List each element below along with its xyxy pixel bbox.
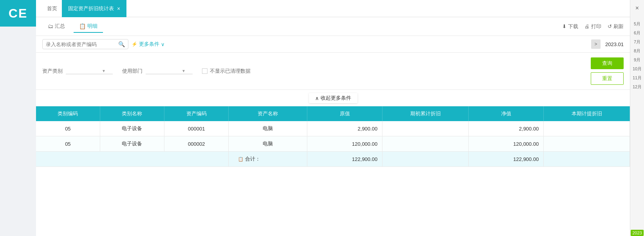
logo-text: CE [9,6,27,21]
asset-type-arrow: ▼ [102,69,106,73]
search-icon: 🔍 [118,41,125,47]
collapse-label: 收起更多条件 [321,95,351,102]
refresh-action[interactable]: ↺ 刷新 [608,23,624,30]
tab-detail-label: 明细 [87,23,97,30]
reset-button[interactable]: 重置 [591,72,624,85]
more-conditions-toggle[interactable]: ⚡ 更多条件 ∨ [132,41,165,48]
filter-row: 资产类别 ▼ 使用部门 ▼ [42,57,624,85]
print-action[interactable]: 🖨 打印 [584,23,601,30]
col-category-code: 类别编码 [36,106,100,121]
cell-category-code: 05 [36,136,100,152]
department-filter: 使用部门 ▼ [122,68,193,75]
date-display: 2023.01 [605,41,624,47]
total-row: 📋合计： 122,900.00 122,900.00 [36,152,630,167]
cell-current-depreciation [544,136,630,152]
department-arrow: ▼ [182,69,186,73]
total-original-value: 122,900.00 [307,152,382,167]
active-tab[interactable]: 固定资产折旧统计表 × [62,0,126,17]
download-action[interactable]: ⬇ 下载 [562,23,578,30]
cell-category-name: 电子设备 [100,136,164,152]
cell-initial-depreciation [382,136,469,152]
sidebar-close-icon[interactable]: × [635,0,639,16]
table-wrapper: 类别编码 类别名称 资产编码 资产名称 原值 期初累计折旧 净值 本期计提折旧 [36,106,630,236]
date-nav-arrow[interactable]: > [591,39,601,49]
sidebar-month-item[interactable]: 7月 [633,38,642,46]
toolbar-actions: ⬇ 下载 🖨 打印 ↺ 刷新 [562,23,624,30]
refresh-label: 刷新 [613,23,624,30]
tab-close-button[interactable]: × [117,5,120,12]
sidebar-month-item[interactable]: 11月 [633,73,642,82]
cell-category-name: 电子设备 [100,121,164,136]
cell-original-value: 120,000.00 [307,136,382,152]
tab-summary[interactable]: 🗂 汇总 [42,20,70,33]
hide-cleared-label: 不显示已清理数据 [210,68,251,75]
print-label: 打印 [591,23,601,30]
cell-original-value: 2,900.00 [307,121,382,136]
table-header-row: 类别编码 类别名称 资产编码 资产名称 原值 期初累计折旧 净值 本期计提折旧 [36,106,630,121]
total-icon-cell [36,152,229,167]
filter-buttons: 查询 重置 [591,57,624,85]
table-row: 05 电子设备 000001 电脑 2,900.00 2,900.00 [36,121,630,136]
query-button[interactable]: 查询 [591,57,624,69]
download-label: 下载 [568,23,578,30]
tab-detail[interactable]: 📋 明细 [74,20,103,33]
cell-asset-name: 电脑 [229,121,307,136]
refresh-icon: ↺ [608,23,612,29]
col-initial-depreciation: 期初累计折旧 [382,106,469,121]
search-input-wrapper: 🔍 [42,39,128,49]
department-label: 使用部门 [122,68,143,75]
sidebar-month-item[interactable]: 10月 [633,64,642,73]
tab-label: 固定资产折旧统计表 [68,5,114,12]
col-current-depreciation: 本期计提折旧 [544,106,630,121]
filter-panel: 资产类别 ▼ 使用部门 ▼ [36,53,630,90]
cell-asset-name: 电脑 [229,136,307,152]
total-net-value: 122,900.00 [468,152,543,167]
summary-icon: 🗂 [48,23,53,29]
chevron-down-icon: ∨ [161,41,165,47]
asset-type-select[interactable]: ▼ [66,68,113,74]
print-icon: 🖨 [584,23,590,29]
hide-cleared-checkbox[interactable] [202,68,207,74]
filter-icon: ⚡ [132,41,137,47]
tab-summary-label: 汇总 [55,23,65,30]
toolbar-tabs: 🗂 汇总 📋 明细 [42,20,103,33]
sidebar-month-item[interactable]: 8月 [633,46,642,55]
sidebar-months: 5月6月7月8月9月10月11月12月 [633,16,642,228]
collapse-row: ∧ 收起更多条件 [36,90,630,106]
download-icon: ⬇ [562,23,566,29]
cell-net-value: 120,000.00 [468,136,543,152]
toolbar: 🗂 汇总 📋 明细 ⬇ 下载 🖨 打印 [36,17,630,36]
col-asset-code: 资产编码 [164,106,229,121]
sidebar-month-item[interactable]: 9月 [633,55,642,64]
total-label: 📋合计： [229,152,307,167]
total-initial-depreciation [382,152,469,167]
sidebar-month-item[interactable]: 6月 [633,29,642,38]
col-asset-name: 资产名称 [229,106,307,121]
search-input[interactable] [46,41,118,47]
cell-asset-code: 000001 [164,121,229,136]
sidebar-month-item[interactable]: 12月 [633,82,642,91]
table-row: 05 电子设备 000002 电脑 120,000.00 120,000.00 [36,136,630,152]
hide-cleared-group: 不显示已清理数据 [202,68,251,75]
collapse-button[interactable]: ∧ 收起更多条件 [309,93,357,103]
nav-home[interactable]: 首页 [42,5,62,12]
collapse-up-icon: ∧ [315,95,319,101]
col-category-name: 类别名称 [100,106,164,121]
cell-net-value: 2,900.00 [468,121,543,136]
data-table: 类别编码 类别名称 资产编码 资产名称 原值 期初累计折旧 净值 本期计提折旧 [36,106,630,167]
cell-asset-code: 000002 [164,136,229,152]
table-body: 05 电子设备 000001 电脑 2,900.00 2,900.00 05 电… [36,121,630,167]
more-conditions-label: 更多条件 [139,41,159,48]
year-badge[interactable]: 2023 [631,230,643,236]
detail-icon: 📋 [79,23,86,29]
col-net-value: 净值 [468,106,543,121]
total-current-depreciation [544,152,630,167]
top-nav: 首页 固定资产折旧统计表 × [36,0,630,17]
right-sidebar: × 5月6月7月8月9月10月11月12月 2023 [630,0,644,236]
search-bar: 🔍 ⚡ 更多条件 ∨ > 2023.01 [36,36,630,53]
asset-type-filter: 资产类别 ▼ [42,68,113,75]
sidebar-month-item[interactable]: 5月 [633,20,642,29]
cell-current-depreciation [544,121,630,136]
col-original-value: 原值 [307,106,382,121]
department-select[interactable]: ▼ [146,68,193,74]
